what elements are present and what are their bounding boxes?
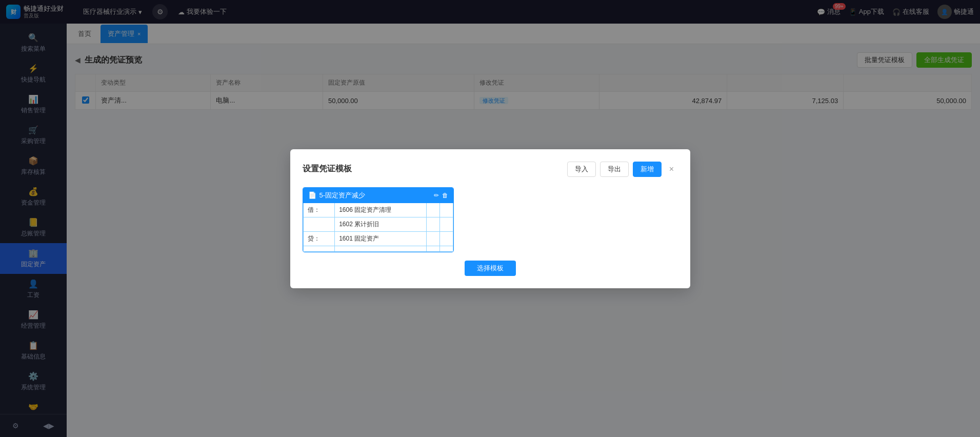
template-row-empty: [303, 246, 453, 251]
template-card-header-left: 📄 5-固定资产减少: [308, 191, 366, 200]
credit-amount-col2: [439, 231, 453, 246]
debit-label: 借：: [303, 203, 335, 217]
empty-col4: [439, 246, 453, 251]
debit-amount-col4: [439, 217, 453, 231]
credit-code-1601: 1601 固定资产: [335, 231, 427, 246]
template-card: 📄 5-固定资产减少 ✏ 🗑 借： 1606 固定资产清理 1602 累计: [303, 187, 454, 252]
debit-code-1602: 1602 累计折旧: [335, 217, 427, 231]
template-row-debit1: 借： 1606 固定资产清理: [303, 203, 453, 217]
template-row-debit2: 1602 累计折旧: [303, 217, 453, 231]
modal-overlay: 设置凭证模板 导入 导出 新增 × 📄 5-固定资产减少 ✏ 🗑: [0, 0, 980, 437]
export-button[interactable]: 导出: [600, 162, 629, 177]
debit-amount-col2: [439, 203, 453, 217]
template-table: 借： 1606 固定资产清理 1602 累计折旧 贷： 1601 固定资产: [303, 203, 453, 252]
new-button[interactable]: 新增: [633, 162, 662, 177]
template-card-actions: ✏ 🗑: [434, 192, 448, 199]
template-delete-icon[interactable]: 🗑: [442, 192, 448, 199]
debit-code-1606: 1606 固定资产清理: [335, 203, 427, 217]
import-button[interactable]: 导入: [567, 162, 596, 177]
template-card-header: 📄 5-固定资产减少 ✏ 🗑: [303, 188, 453, 203]
credit-amount-col1: [427, 231, 440, 246]
modal-title: 设置凭证模板: [303, 164, 352, 174]
credit-label: 贷：: [303, 231, 335, 246]
empty-col3: [427, 246, 440, 251]
modal-actions: 导入 导出 新增: [567, 162, 662, 177]
debit-amount-col3: [427, 217, 440, 231]
debit-indent: [303, 217, 335, 231]
modal-close-button[interactable]: ×: [666, 163, 678, 175]
empty-col2: [335, 246, 427, 251]
modal-header: 设置凭证模板 导入 导出 新增 ×: [303, 162, 678, 177]
template-file-icon: 📄: [308, 191, 316, 199]
select-template-button[interactable]: 选择模板: [465, 261, 516, 276]
debit-amount-col1: [427, 203, 440, 217]
template-header-label: 5-固定资产减少: [319, 191, 366, 200]
template-row-credit1: 贷： 1601 固定资产: [303, 231, 453, 246]
template-edit-icon[interactable]: ✏: [434, 192, 439, 199]
empty-col1: [303, 246, 335, 251]
modal-dialog: 设置凭证模板 导入 导出 新增 × 📄 5-固定资产减少 ✏ 🗑: [290, 149, 690, 288]
